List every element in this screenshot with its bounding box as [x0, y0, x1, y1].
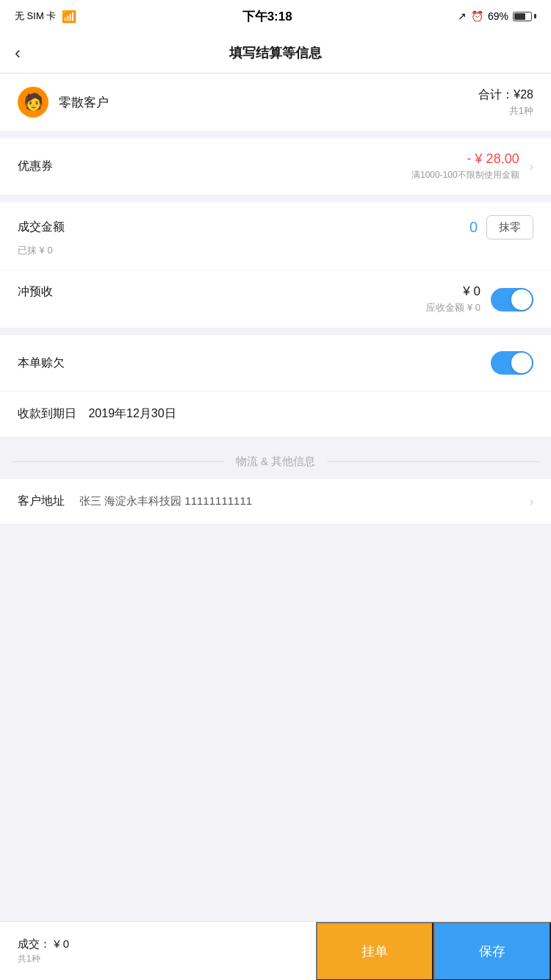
address-section[interactable]: 客户地址 张三 海淀永丰科技园 11111111111 › [0, 479, 551, 524]
customer-row: 🧑 零散客户 合计：¥28 共1种 [0, 73, 551, 131]
coupon-section: 优惠券 - ¥ 28.00 满1000-100不限制使用金额 › [0, 138, 551, 195]
bottom-deal-value: ¥ 0 [54, 937, 69, 950]
amount-label: 成交金额 [18, 220, 65, 235]
page-title: 填写结算等信息 [229, 44, 322, 62]
location-icon: ↗ [458, 10, 467, 22]
total-count: 共1种 [478, 104, 533, 118]
battery-icon [513, 12, 536, 21]
alarm-icon: ⏰ [471, 10, 483, 22]
hold-button[interactable]: 挂单 [316, 922, 433, 981]
save-button[interactable]: 保存 [433, 922, 551, 981]
credit-section: 本单赊欠 [0, 335, 551, 391]
prepay-main-value: ¥ 0 [426, 284, 480, 299]
main-content: 🧑 零散客户 合计：¥28 共1种 优惠券 - ¥ 28.00 满1000-10… [0, 73, 551, 729]
divider-2 [0, 195, 551, 202]
address-value: 张三 海淀永丰科技园 11111111111 [79, 494, 530, 508]
avatar-icon: 🧑 [24, 93, 43, 112]
coupon-value: - ¥ 28.00 [411, 151, 519, 167]
prepay-section: 冲预收 ¥ 0 应收金额 ¥ 0 [0, 270, 551, 328]
round-button[interactable]: 抹零 [486, 215, 533, 239]
customer-right: 合计：¥28 共1种 [478, 87, 533, 118]
logistics-label: 物流 & 其他信息 [236, 455, 315, 469]
bottom-count: 共1种 [18, 953, 298, 965]
avatar: 🧑 [18, 87, 48, 118]
divider-4 [0, 436, 551, 444]
prepay-right: ¥ 0 应收金额 ¥ 0 [426, 284, 533, 314]
status-left: 无 SIM 卡 📶 [15, 10, 76, 24]
prepay-row: 冲预收 ¥ 0 应收金额 ¥ 0 [18, 284, 533, 314]
coupon-label: 优惠券 [18, 159, 53, 174]
duedate-label: 收款到期日 2019年12月30日 [18, 407, 176, 419]
bottom-info: 成交： ¥ 0 共1种 [0, 937, 316, 965]
customer-name: 零散客户 [59, 94, 109, 111]
amount-input-wrap: 0 抹零 [469, 215, 533, 239]
prepay-sub-value: 应收金额 ¥ 0 [426, 301, 480, 314]
divider-3 [0, 328, 551, 335]
bottom-bar: 成交： ¥ 0 共1种 挂单 保存 [0, 921, 551, 980]
credit-toggle-knob [511, 353, 532, 373]
battery-percent: 69% [488, 10, 508, 22]
credit-label: 本单赊欠 [18, 356, 65, 371]
prepay-label: 冲预收 [18, 284, 53, 300]
total-amount: 合计：¥28 [478, 87, 533, 103]
duedate-section: 收款到期日 2019年12月30日 [0, 391, 551, 436]
sim-label: 无 SIM 卡 [15, 10, 56, 23]
prepay-amounts: ¥ 0 应收金额 ¥ 0 [426, 284, 480, 314]
coupon-row[interactable]: 优惠券 - ¥ 28.00 满1000-100不限制使用金额 › [0, 138, 551, 195]
status-right: ↗ ⏰ 69% [458, 10, 536, 22]
duedate-value: 2019年12月30日 [88, 407, 176, 419]
wifi-icon: 📶 [62, 10, 76, 24]
address-chevron-icon: › [530, 495, 533, 508]
logistics-divider: 物流 & 其他信息 [0, 444, 551, 479]
address-label: 客户地址 [18, 494, 65, 509]
divider-5 [0, 524, 551, 671]
amount-value[interactable]: 0 [469, 219, 478, 236]
coupon-desc: 满1000-100不限制使用金额 [411, 169, 519, 181]
chevron-icon: › [530, 160, 533, 173]
amount-row: 成交金额 0 抹零 [18, 215, 533, 239]
nav-bar: ‹ 填写结算等信息 [0, 32, 551, 73]
coupon-value-wrap: - ¥ 28.00 满1000-100不限制使用金额 [411, 151, 519, 181]
credit-toggle[interactable] [491, 351, 533, 375]
logistics-line-right [327, 461, 539, 462]
logistics-line-left [12, 461, 224, 462]
amount-section: 成交金额 0 抹零 已抹 ¥ 0 [0, 202, 551, 270]
amount-sub: 已抹 ¥ 0 [18, 244, 533, 257]
prepay-toggle[interactable] [491, 288, 533, 311]
time-display: 下午3:18 [242, 8, 292, 25]
divider-1 [0, 131, 551, 138]
status-bar: 无 SIM 卡 📶 下午3:18 ↗ ⏰ 69% [0, 0, 551, 32]
toggle-knob [511, 289, 532, 310]
bottom-deal: 成交： ¥ 0 [18, 937, 298, 951]
customer-left: 🧑 零散客户 [18, 87, 109, 118]
back-button[interactable]: ‹ [15, 43, 21, 63]
coupon-right: - ¥ 28.00 满1000-100不限制使用金额 › [411, 151, 533, 181]
